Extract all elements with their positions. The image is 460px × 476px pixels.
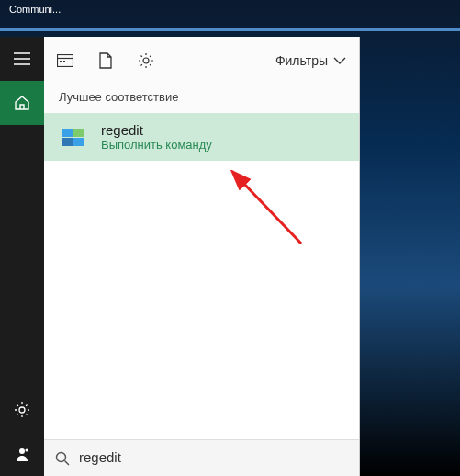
search-icon bbox=[55, 451, 70, 466]
result-title: regedit bbox=[101, 122, 212, 138]
taskbar-app-label[interactable]: Communi... bbox=[6, 2, 64, 17]
panel-filter-bar: Фильтры bbox=[44, 37, 359, 85]
search-bar[interactable]: regedit bbox=[44, 439, 359, 476]
svg-point-2 bbox=[26, 449, 28, 452]
documents-filter-button[interactable] bbox=[99, 52, 112, 69]
svg-rect-7 bbox=[62, 129, 73, 137]
result-subtitle: Выполнить команду bbox=[101, 138, 212, 152]
filters-dropdown[interactable]: Фильтры bbox=[275, 53, 346, 68]
text-caret bbox=[118, 452, 118, 467]
rail-menu-button[interactable] bbox=[0, 37, 44, 81]
start-rail bbox=[0, 37, 44, 476]
filters-label: Фильтры bbox=[275, 53, 328, 68]
svg-point-6 bbox=[143, 58, 149, 63]
settings-filter-button[interactable] bbox=[138, 52, 154, 69]
svg-rect-8 bbox=[73, 129, 84, 137]
top-taskbar: Communi... bbox=[0, 0, 460, 28]
accent-strip bbox=[0, 28, 460, 31]
best-match-label: Лучшее соответствие bbox=[44, 85, 359, 113]
chevron-down-icon bbox=[333, 57, 346, 64]
svg-line-13 bbox=[65, 460, 70, 465]
svg-point-0 bbox=[19, 407, 25, 413]
document-icon bbox=[99, 52, 112, 69]
start-menu: Фильтры Лучшее соответствие regedit Выпо… bbox=[0, 37, 360, 476]
apps-filter-button[interactable] bbox=[57, 54, 73, 67]
person-icon bbox=[14, 446, 30, 462]
rail-settings-button[interactable] bbox=[0, 388, 44, 432]
svg-point-1 bbox=[19, 448, 25, 454]
svg-rect-9 bbox=[62, 138, 73, 146]
search-results-panel: Фильтры Лучшее соответствие regedit Выпо… bbox=[44, 37, 360, 476]
svg-rect-5 bbox=[63, 61, 65, 62]
rail-home-button[interactable] bbox=[0, 81, 44, 125]
rail-account-button[interactable] bbox=[0, 432, 44, 476]
apps-icon bbox=[57, 54, 73, 67]
gear-icon bbox=[138, 52, 154, 69]
svg-rect-4 bbox=[60, 61, 62, 62]
regedit-icon bbox=[59, 122, 88, 152]
search-result-regedit[interactable]: regedit Выполнить команду bbox=[44, 113, 359, 161]
hamburger-icon bbox=[14, 52, 30, 65]
svg-point-12 bbox=[57, 452, 66, 461]
annotation-arrow bbox=[228, 170, 338, 262]
svg-line-11 bbox=[241, 181, 301, 244]
svg-rect-10 bbox=[73, 138, 84, 146]
home-icon bbox=[14, 95, 30, 111]
gear-icon bbox=[14, 402, 30, 418]
results-body bbox=[44, 161, 359, 439]
search-input[interactable]: regedit bbox=[79, 449, 121, 466]
result-text: regedit Выполнить команду bbox=[101, 122, 212, 152]
